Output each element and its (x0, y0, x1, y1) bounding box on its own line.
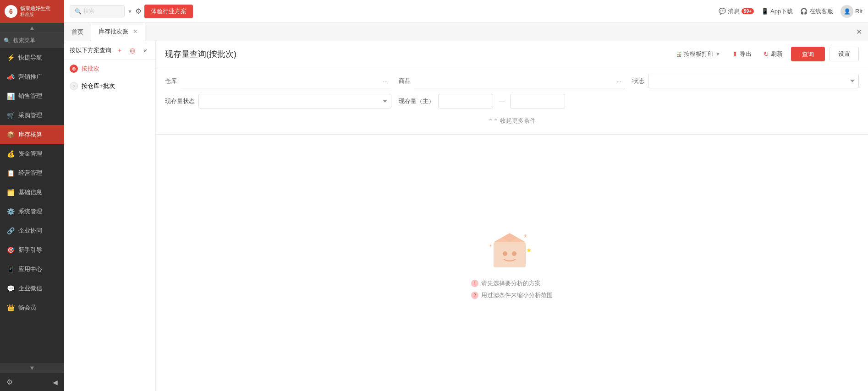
refresh-button[interactable]: ↻ 刷新 (760, 48, 786, 60)
print-template-button[interactable]: 🖨 按模板打印 ▼ (672, 48, 724, 60)
export-button[interactable]: ⬆ 导出 (729, 48, 755, 60)
sidebar-search[interactable]: 🔍 搜索菜单 (0, 33, 64, 48)
nav-label-kucun: 库存核算 (18, 130, 42, 139)
sidebar-item-kucun[interactable]: 📦 库存核算 (0, 125, 64, 144)
online-service-button[interactable]: 🎧 在线客服 (800, 7, 833, 16)
refresh-label: 刷新 (771, 50, 783, 58)
main-area: 🔍 搜索 ▼ ⚙ 体验行业方案 💬 消息 99+ 📱 App下载 🎧 在线客服 (64, 0, 868, 391)
sidebar-search-label: 搜索菜单 (13, 37, 35, 44)
sidebar-item-qiye[interactable]: 🔗 企业协同 (0, 221, 64, 240)
stock-status-label: 现存量状态 (165, 97, 195, 105)
sidebar-scroll-down[interactable]: ▼ (0, 363, 64, 373)
product-input[interactable] (414, 74, 625, 88)
topbar-settings-icon[interactable]: ⚙ (135, 7, 142, 16)
app-download-button[interactable]: 📱 App下载 (761, 7, 793, 16)
sidebar-item-caigou[interactable]: 🛒 采购管理 (0, 106, 64, 125)
status-input-container (648, 74, 859, 88)
print-dropdown-icon[interactable]: ▼ (715, 51, 720, 57)
sidebar-item-yingyong[interactable]: 📱 应用中心 (0, 260, 64, 279)
sidebar-item-zijin[interactable]: 💰 资金管理 (0, 144, 64, 163)
settings-icon[interactable]: ⚙ (6, 378, 13, 386)
scheme-item-by-warehouse-batch[interactable]: ○ 按仓库+批次 (64, 77, 155, 95)
hint-number-1: 1 (471, 280, 478, 287)
collapse-sidebar-icon[interactable]: ◀ (53, 379, 58, 386)
nav-label-kuaijie: 快捷导航 (18, 54, 42, 62)
nav-icon-zijin: 💰 (6, 150, 15, 158)
scheme-panel-actions: ＋ ◎ « (115, 46, 150, 55)
scheme-label-by-warehouse-batch: 按仓库+批次 (82, 82, 115, 90)
svg-text:★: ★ (523, 234, 527, 239)
warehouse-more-icon[interactable]: ··· (383, 78, 388, 85)
query-button[interactable]: 查询 (791, 47, 825, 61)
sidebar-item-xitong[interactable]: ⚙️ 系统管理 (0, 202, 64, 221)
sidebar-item-kuaijie[interactable]: ⚡ 快捷导航 (0, 48, 64, 67)
nav-icon-caigou: 🛒 (6, 111, 15, 119)
right-content: 现存量查询(按批次) 🖨 按模板打印 ▼ ⬆ 导出 ↻ 刷新 (156, 41, 868, 391)
print-template-label: 按模板打印 (684, 50, 714, 58)
empty-hint-1: 1 请先选择要分析的方案 (471, 279, 553, 288)
empty-svg-illustration: ★ ★ ⭐ (484, 226, 539, 272)
brand-version: 标准版 (20, 11, 50, 18)
nav-icon-weixin: 💬 (6, 284, 15, 293)
brand-name: 畅康通好生意 (20, 5, 50, 11)
warehouse-input[interactable] (181, 74, 391, 88)
warehouse-field: 仓库 ··· (165, 74, 391, 88)
tab-home[interactable]: 首页 (64, 23, 91, 41)
stock-quantity-field: 现存量（主） — (399, 94, 625, 109)
status-select[interactable] (648, 74, 859, 88)
nav-label-xitong: 系统管理 (18, 207, 42, 216)
user-menu[interactable]: 👤 Rit (841, 5, 863, 18)
warehouse-input-container: ··· (181, 74, 391, 88)
hint-text-2: 用过滤条件来缩小分析范围 (481, 291, 553, 299)
scheme-panel: 按以下方案查询 ＋ ◎ « ◎ 按批次 ○ 按仓库+批次 (64, 41, 156, 391)
sidebar-item-yingxiao[interactable]: 📣 营销推广 (0, 67, 64, 87)
topbar-search-dropdown-icon[interactable]: ▼ (127, 9, 132, 14)
stock-quantity-min-input[interactable] (438, 94, 493, 109)
messages-label: 消息 (728, 7, 740, 16)
scheme-settings-icon[interactable]: ◎ (128, 46, 137, 55)
topbar-left: 🔍 搜索 ▼ ⚙ 体验行业方案 (70, 5, 714, 18)
filter-area: 仓库 ··· 商品 ··· 状态 (156, 67, 868, 135)
brand-info: 畅康通好生意 标准版 (20, 5, 50, 18)
topbar: 🔍 搜索 ▼ ⚙ 体验行业方案 💬 消息 99+ 📱 App下载 🎧 在线客服 (64, 0, 868, 23)
tabbar: 首页 库存批次账 ✕ ✕ (64, 23, 868, 41)
close-page-button[interactable]: ✕ (850, 23, 868, 41)
search-icon: 🔍 (4, 38, 11, 44)
user-avatar-icon: 👤 (844, 8, 851, 15)
sidebar-item-jingying[interactable]: 📋 经营管理 (0, 163, 64, 183)
stock-status-select[interactable] (198, 94, 391, 109)
sidebar-scroll-up[interactable]: ▲ (0, 23, 64, 33)
messages-button[interactable]: 💬 消息 99+ (719, 7, 754, 16)
sidebar-item-huiyuan[interactable]: 👑 畅会员 (0, 298, 64, 317)
setting-button[interactable]: 设置 (830, 47, 859, 61)
topbar-search-bar[interactable]: 🔍 搜索 (70, 5, 125, 17)
sidebar-item-weixin[interactable]: 💬 企业微信 (0, 279, 64, 298)
collapse-scheme-panel-icon[interactable]: « (141, 46, 150, 55)
empty-state: ★ ★ ⭐ 1 请先选择要分析的方案 2 用过滤条件来缩小分析范围 (156, 135, 868, 391)
nav-icon-qiye: 🔗 (6, 227, 15, 235)
export-label: 导出 (740, 50, 752, 58)
add-scheme-icon[interactable]: ＋ (115, 46, 124, 55)
stock-quantity-max-input[interactable] (510, 94, 565, 109)
sidebar-item-jichu[interactable]: 🗂️ 基础信息 (0, 183, 64, 202)
sidebar-footer: ⚙ ◀ (0, 373, 64, 391)
online-service-label: 在线客服 (809, 7, 833, 16)
industry-solution-button[interactable]: 体验行业方案 (144, 5, 193, 18)
svg-point-4 (503, 251, 507, 256)
print-icon: 🖨 (676, 50, 682, 58)
product-more-icon[interactable]: ··· (616, 78, 621, 85)
close-tab-kucun-pici-icon[interactable]: ✕ (133, 28, 137, 35)
topbar-search-icon: 🔍 (75, 8, 82, 15)
nav-label-xiaoshou: 销售管理 (18, 92, 42, 100)
sidebar-header: 6 畅康通好生意 标准版 (0, 0, 64, 23)
app-download-label: App下载 (770, 7, 793, 16)
empty-hints: 1 请先选择要分析的方案 2 用过滤条件来缩小分析范围 (471, 279, 553, 299)
collapse-filter-button[interactable]: ⌃⌃ 收起更多条件 (165, 114, 859, 128)
tab-kucun-pici[interactable]: 库存批次账 ✕ (91, 23, 145, 41)
sidebar-item-xiaoshou[interactable]: 📊 销售管理 (0, 87, 64, 106)
messages-badge: 99+ (742, 8, 754, 14)
scheme-dot-by-warehouse-batch: ○ (70, 82, 78, 90)
scheme-item-by-batch[interactable]: ◎ 按批次 (64, 60, 155, 77)
user-name: Rit (855, 8, 863, 15)
sidebar-item-xinshou[interactable]: 🎯 新手引导 (0, 240, 64, 260)
